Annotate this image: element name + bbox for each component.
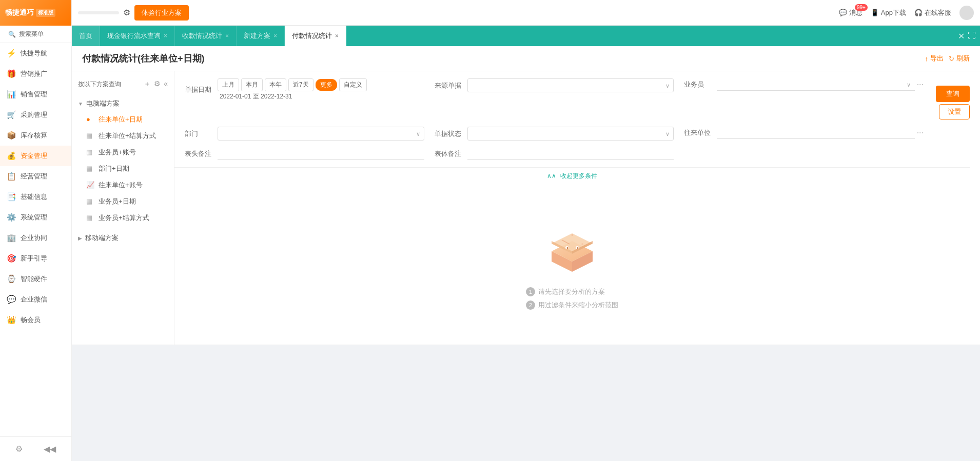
source-select-wrapper [467, 78, 674, 92]
sidebar-item-label: 基础信息 [21, 192, 47, 202]
sidebar-item-label: 经营管理 [21, 172, 47, 181]
system-icon: ⚙️ [6, 212, 16, 223]
messages-btn[interactable]: 💬 消息 99+ [839, 8, 863, 17]
sidebar-logo: 畅捷通巧 标准版 [0, 0, 71, 26]
doc-status-select[interactable] [467, 127, 674, 141]
scheme-chart-icon: 📈 [86, 181, 94, 189]
date-btn-more[interactable]: 更多 [316, 79, 337, 91]
tab-payment[interactable]: 付款情况统计 × [285, 26, 346, 46]
salesman-more-icon[interactable]: ··· [917, 80, 924, 89]
date-btn-this-year[interactable]: 本年 [265, 78, 286, 91]
tab-collection[interactable]: 收款情况统计 × [175, 26, 237, 46]
scheme-group-mobile-title[interactable]: ▶ 移动端方案 [72, 230, 174, 246]
sidebar-item-search-menu[interactable]: 🔍 搜索菜单 [0, 26, 71, 43]
online-service-btn[interactable]: 🎧 在线客服 [914, 8, 951, 17]
scheme-header-actions: ＋ ⚙ « [144, 79, 168, 89]
body-note-input[interactable] [467, 148, 674, 160]
scheme-item-salesman-settle[interactable]: ▦ 业务员+结算方式 [72, 210, 174, 226]
scheme-collapse-icon[interactable]: « [164, 79, 168, 89]
empty-tip-1: 1 请先选择要分析的方案 [526, 287, 618, 296]
scheme-table-icon: ▦ [86, 214, 94, 222]
sidebar-item-newbie[interactable]: 🎯 新手引导 [0, 248, 71, 269]
scheme-table-icon: ▦ [86, 197, 94, 206]
header-note-input[interactable] [218, 148, 424, 160]
scheme-group-mobile: ▶ 移动端方案 [72, 228, 174, 248]
close-all-tabs-icon[interactable]: ✕ [958, 31, 965, 41]
date-btn-last-7days[interactable]: 近7天 [288, 78, 313, 91]
scheme-add-icon[interactable]: ＋ [144, 79, 151, 89]
app-name: 畅捷通巧 [5, 8, 34, 17]
scheme-settings-icon[interactable]: ⚙ [154, 79, 161, 89]
close-tab-collection[interactable]: × [225, 32, 229, 39]
close-tab-payment[interactable]: × [335, 32, 339, 39]
trial-btn[interactable]: 体验行业方案 [134, 5, 189, 21]
source-select[interactable] [467, 78, 674, 92]
sidebar-item-basic[interactable]: 📑 基础信息 [0, 187, 71, 207]
sidebar-item-quick-nav[interactable]: ⚡ 快捷导航 [0, 43, 71, 64]
collapse-more-bar[interactable]: ∧∧ 收起更多条件 [174, 167, 970, 185]
fullscreen-icon[interactable]: ⛶ [968, 31, 976, 41]
scheme-active-icon: ● [86, 115, 94, 124]
page-header: 付款情况统计(往来单位+日期) ↑ 导出 ↻ 刷新 [72, 46, 980, 71]
filter-row-2: 部门 单据状态 [185, 127, 970, 141]
close-tab-bank-flow[interactable]: × [164, 32, 167, 39]
sidebar-item-sales[interactable]: 📊 销售管理 [0, 84, 71, 105]
date-buttons: 上月 本月 本年 近7天 更多 自定义 [218, 78, 424, 91]
scheme-item-partner-account[interactable]: 📈 往来单位+账号 [72, 177, 174, 193]
filter-settings-btn[interactable]: 设置 [939, 104, 970, 119]
sidebar-item-enterprise[interactable]: 🏢 企业协同 [0, 228, 71, 248]
sidebar-item-marketing[interactable]: 🎁 营销推广 [0, 64, 71, 84]
online-service-label: 在线客服 [925, 8, 951, 17]
tab-label: 首页 [79, 31, 92, 41]
filter-field-dept: 部门 [185, 127, 424, 141]
main-area: ⚙ 体验行业方案 💬 消息 99+ 📱 App下载 🎧 在线客服 首 [72, 0, 980, 461]
sidebar-item-label: 采购管理 [21, 110, 47, 119]
salesman-input[interactable] [717, 78, 914, 91]
sidebar-item-smart[interactable]: ⌚ 智能硬件 [0, 269, 71, 289]
page-title: 付款情况统计(往来单位+日期) [82, 52, 205, 65]
close-tab-new-scheme[interactable]: × [273, 32, 277, 39]
partner-input[interactable] [717, 127, 914, 139]
dept-select[interactable] [218, 127, 424, 141]
query-btn[interactable]: 查询 [936, 86, 970, 102]
settings-icon[interactable]: ⚙ [123, 8, 130, 17]
date-range-text: 2022-01-01 至 2022-12-31 [220, 92, 424, 101]
sidebar-item-fund[interactable]: 💰 资金管理 [0, 146, 71, 166]
partner-more-icon[interactable]: ··· [917, 128, 924, 137]
tab-bank-flow[interactable]: 现金银行流水查询 × [100, 26, 175, 46]
sidebar-item-operation[interactable]: 📋 经营管理 [0, 166, 71, 187]
sidebar-item-system[interactable]: ⚙️ 系统管理 [0, 207, 71, 228]
basic-icon: 📑 [6, 192, 16, 202]
tab-new-scheme[interactable]: 新建方案 × [237, 26, 285, 46]
body-note-label: 表体备注 [435, 149, 463, 158]
settings-bottom-icon[interactable]: ⚙ [13, 442, 25, 456]
export-icon: ↑ [925, 55, 929, 63]
scheme-item-partner-date[interactable]: ● 往来单位+日期 [72, 111, 174, 128]
tab-actions: ✕ ⛶ [954, 26, 980, 46]
date-btn-last-month[interactable]: 上月 [218, 78, 239, 91]
date-btn-custom[interactable]: 自定义 [339, 78, 367, 91]
scheme-group-desktop-title[interactable]: ▼ 电脑端方案 [72, 96, 174, 111]
user-avatar[interactable] [959, 6, 974, 20]
topbar: ⚙ 体验行业方案 💬 消息 99+ 📱 App下载 🎧 在线客服 [72, 0, 980, 26]
sidebar-item-label: 新手引导 [21, 254, 47, 263]
app-download-btn[interactable]: 📱 App下载 [871, 8, 906, 17]
scheme-item-salesman-date[interactable]: ▦ 业务员+日期 [72, 193, 174, 210]
refresh-btn[interactable]: ↻ 刷新 [949, 54, 970, 63]
export-btn[interactable]: ↑ 导出 [925, 54, 944, 63]
scheme-item-dept-date[interactable]: ▦ 部门+日期 [72, 161, 174, 177]
sidebar-item-wechat[interactable]: 💬 企业微信 [0, 289, 71, 310]
tab-home[interactable]: 首页 [72, 26, 100, 46]
date-btn-this-month[interactable]: 本月 [241, 78, 263, 91]
scheme-item-label: 往来单位+日期 [99, 115, 143, 124]
scheme-item-partner-settle[interactable]: ▦ 往来单位+结算方式 [72, 128, 174, 144]
filter-form-area: 单据日期 上月 本月 本年 近7天 更多 自定义 20 [174, 71, 970, 345]
empty-illustration [541, 215, 603, 277]
sidebar-item-inventory[interactable]: 📦 库存核算 [0, 125, 71, 146]
sidebar-item-purchase[interactable]: 🛒 采购管理 [0, 105, 71, 125]
sidebar-item-member[interactable]: 👑 畅会员 [0, 310, 71, 330]
message-icon: 💬 [839, 9, 847, 16]
query-area: 查询 设置 [924, 78, 970, 119]
scheme-item-salesman-account[interactable]: ▦ 业务员+账号 [72, 144, 174, 161]
collapse-sidebar-icon[interactable]: ◀◀ [42, 442, 58, 456]
